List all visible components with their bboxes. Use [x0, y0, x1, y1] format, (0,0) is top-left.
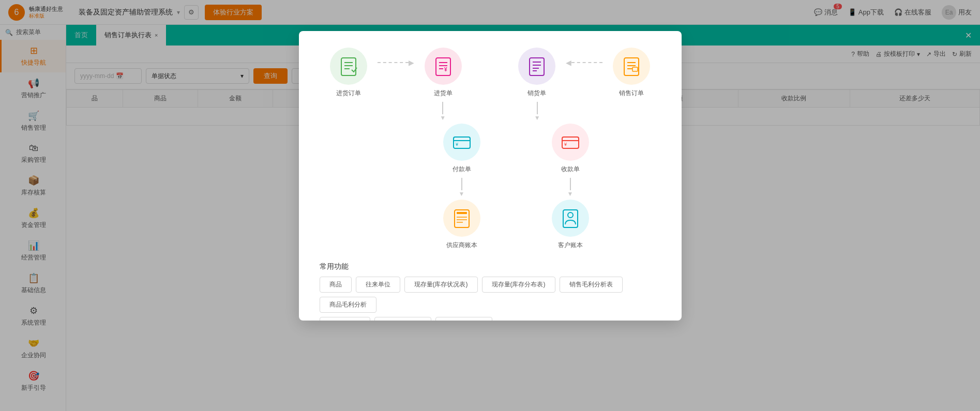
purchase-order-icon	[330, 48, 367, 85]
func-buttons-row1: 商品 往来单位 现存量(库存状况表) 现存量(库存分布表) 销售毛利分析表 商品…	[320, 277, 661, 313]
flow-node-supplier-account[interactable]: 供应商账本	[428, 200, 495, 250]
svg-rect-4	[436, 58, 450, 75]
arrow-so-to-ss: ◀	[566, 58, 602, 87]
supplier-account-icon	[443, 200, 480, 237]
flow-row-v-arrows-2: ▼ ▼	[320, 178, 661, 197]
svg-point-31	[568, 212, 573, 218]
flow-node-customer-account[interactable]: 客户账本	[537, 200, 604, 250]
func-btn-inventory-dist[interactable]: 现存量(库存分布表)	[482, 277, 555, 293]
flow-node-receipt-slip[interactable]: ¥ 收款单	[537, 124, 604, 174]
payment-slip-icon: ¥	[443, 124, 480, 161]
func-btn-contacts[interactable]: 往来单位	[356, 277, 400, 293]
common-functions-title: 常用功能	[320, 262, 661, 271]
receipt-slip-label: 收款单	[561, 165, 580, 174]
payment-slip-label: 付款单	[453, 165, 471, 174]
func-btn-receipt-stat[interactable]: 收款情况统计	[374, 317, 431, 321]
func-btn-inventory-status[interactable]: 现存量(库存状况表)	[404, 277, 478, 293]
flow-node-payment-slip[interactable]: ¥ 付款单	[428, 124, 495, 174]
flow-node-sales-slip[interactable]: 销货单	[508, 48, 566, 98]
func-btn-payment-stat[interactable]: 付款情况统计	[435, 317, 492, 321]
supplier-account-label: 供应商账本	[446, 241, 477, 250]
sales-order-label: 销售订单	[619, 89, 644, 98]
flow-diagram: 进货订单 ▶ ¥ 进货单	[320, 48, 661, 254]
overlay[interactable]: 进货订单 ▶ ¥ 进货单	[0, 0, 980, 411]
svg-text:¥: ¥	[455, 142, 459, 147]
purchase-slip-icon: ¥	[425, 48, 462, 85]
flow-node-purchase-slip[interactable]: ¥ 进货单	[414, 48, 472, 98]
purchase-order-label: 进货订单	[336, 89, 361, 98]
purchase-slip-label: 进货单	[434, 89, 453, 98]
svg-rect-9	[530, 58, 544, 75]
flow-row-v-arrows: ▼ ▼	[320, 102, 661, 121]
customer-account-label: 客户账本	[558, 241, 583, 250]
func-btn-goods[interactable]: 商品	[320, 277, 352, 293]
flow-row-1: 进货订单 ▶ ¥ 进货单	[320, 48, 661, 98]
func-btn-sales-rank[interactable]: 销售排行榜	[320, 317, 370, 321]
sales-slip-label: 销货单	[527, 89, 546, 98]
quick-nav-modal: 进货订单 ▶ ¥ 进货单	[299, 31, 682, 321]
arrow-po-to-ps: ▶	[378, 58, 414, 87]
func-btn-goods-profit-analysis[interactable]: 商品毛利分析	[320, 297, 376, 313]
sales-order-icon	[613, 48, 650, 85]
func-buttons-row2: 销售排行榜 收款情况统计 付款情况统计	[320, 317, 661, 321]
flow-row-3: 供应商账本 客户账本	[320, 200, 661, 250]
svg-rect-0	[341, 58, 356, 75]
svg-text:¥: ¥	[444, 67, 447, 72]
flow-node-purchase-order[interactable]: 进货订单	[320, 48, 378, 98]
receipt-slip-icon: ¥	[552, 124, 589, 161]
flow-node-sales-order[interactable]: 销售订单	[602, 48, 660, 98]
svg-rect-26	[457, 212, 467, 214]
customer-account-icon	[552, 200, 589, 237]
svg-text:¥: ¥	[564, 142, 567, 147]
flow-row-2: ¥ 付款单 ¥ 收款单	[320, 124, 661, 174]
svg-rect-18	[632, 67, 638, 71]
svg-rect-14	[624, 58, 639, 75]
common-functions: 常用功能 商品 往来单位 现存量(库存状况表) 现存量(库存分布表) 销售毛利分…	[320, 262, 661, 321]
sales-slip-icon	[518, 48, 555, 85]
func-btn-sales-profit-analysis[interactable]: 销售毛利分析表	[560, 277, 623, 293]
